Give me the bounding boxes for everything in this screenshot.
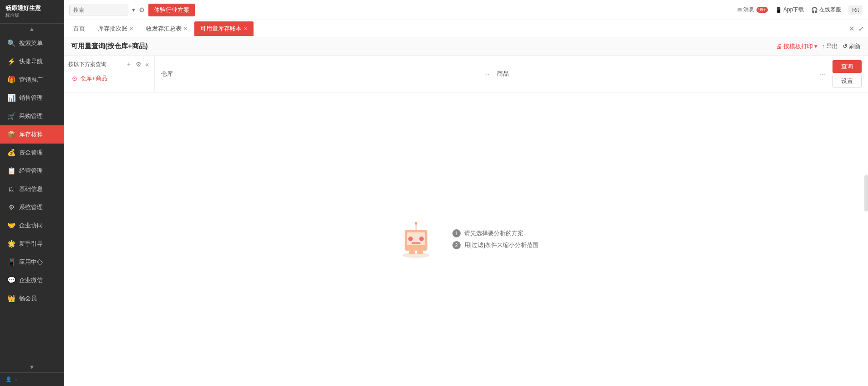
scheme-header-label: 按以下方案查询 — [68, 61, 107, 68]
sidebar-item-label: 搜索菜单 — [19, 39, 43, 47]
empty-state: 1 请先选择要分析的方案 2 用[过滤]条件来缩小分析范围 — [64, 93, 868, 386]
sidebar-item-inventory[interactable]: 📦 库存核算 — [0, 125, 64, 144]
tab-home[interactable]: 首页 — [67, 21, 91, 36]
tab-close-icon[interactable]: ✕ — [129, 26, 133, 32]
tab-batch[interactable]: 库存批次账 ✕ — [92, 21, 139, 36]
service-label: 在线客服 — [819, 6, 841, 14]
add-scheme-button[interactable]: ＋ — [125, 60, 133, 68]
export-button[interactable]: ↑ 导出 — [822, 42, 838, 51]
search-input[interactable] — [69, 5, 128, 15]
sidebar-item-finance[interactable]: 💰 资金管理 — [0, 144, 64, 162]
sidebar-item-label: 采购管理 — [19, 112, 43, 120]
page-content: 可用量查询(按仓库+商品) 🖨 按模板打印 ▾ ↑ 导出 ↺ 刷新 — [64, 37, 868, 386]
sidebar-item-label: 企业微信 — [19, 276, 43, 284]
username-label: Rit — [852, 7, 859, 13]
app-download-button[interactable]: 📱 App下载 — [775, 6, 804, 14]
sidebar: 畅康通好生意 标准版 ▲ 🔍 搜索菜单 ⚡ 快捷导航 🎁 营销推广 📊 销售管理… — [0, 0, 64, 386]
export-icon: ↑ — [822, 43, 825, 50]
product-input[interactable] — [513, 68, 817, 79]
brand-version: 标准版 — [5, 12, 58, 19]
topbar: ▾ ⚙ 体验行业方案 ✉ 消息 99+ 📱 App下载 🎧 在线客服 Rit — [64, 0, 868, 20]
headset-icon: 🎧 — [811, 7, 818, 13]
filter-row: 仓库 ··· 商品 ··· 查询 设置 — [161, 60, 862, 87]
handshake-icon: 🤝 — [7, 221, 15, 230]
sidebar-item-label: 快捷导航 — [19, 57, 43, 66]
refresh-button[interactable]: ↺ 刷新 — [843, 42, 861, 51]
close-window-icon[interactable]: ✕ — [849, 25, 855, 33]
empty-illustration — [393, 216, 439, 262]
tip-number-2: 2 — [452, 241, 461, 249]
filter-field-warehouse: 仓库 ··· — [161, 68, 490, 79]
box-icon: 📦 — [7, 130, 15, 139]
topbar-gear-icon[interactable]: ⚙ — [139, 6, 145, 14]
industry-btn[interactable]: 体验行业方案 — [148, 4, 195, 16]
sidebar-item-label: 资金管理 — [19, 149, 43, 157]
printer-icon: 🖨 — [776, 43, 782, 50]
messages-button[interactable]: ✉ 消息 99+ — [737, 6, 768, 14]
filter-area: 按以下方案查询 ＋ ⚙ « ⊙ 仓库+商品 仓库 — [64, 56, 868, 93]
template-print-button[interactable]: 🖨 按模板打印 ▾ — [776, 42, 817, 51]
sidebar-item-guide[interactable]: 🌟 新手引导 — [0, 235, 64, 253]
svg-point-3 — [419, 237, 424, 241]
export-label: 导出 — [826, 42, 838, 51]
sidebar-scroll-up[interactable]: ▲ — [0, 24, 64, 34]
messages-badge: 99+ — [756, 7, 768, 13]
tab-close-icon[interactable]: ✕ — [244, 26, 248, 32]
tab-available[interactable]: 可用量库存账本 ✕ — [194, 21, 254, 36]
folder-icon: 🗂 — [7, 185, 15, 193]
gear-icon: ⚙ — [7, 203, 15, 211]
page-title: 可用量查询(按仓库+商品) — [71, 42, 148, 51]
sidebar-item-basic[interactable]: 🗂 基础信息 — [0, 180, 64, 198]
warehouse-label: 仓库 — [161, 70, 175, 78]
settings-scheme-button[interactable]: ⚙ — [135, 60, 142, 68]
query-button[interactable]: 查询 — [832, 60, 862, 73]
scheme-item-label: 仓库+商品 — [80, 74, 107, 82]
sidebar-item-label: 销售管理 — [19, 94, 43, 102]
scheme-icon: ⊙ — [72, 75, 77, 82]
sidebar-item-label: 库存核算 — [19, 130, 43, 139]
product-more-icon[interactable]: ··· — [820, 70, 825, 77]
sidebar-item-label: 营销推广 — [19, 76, 43, 84]
tabs-bar: 首页 库存批次账 ✕ 收发存汇总表 ✕ 可用量库存账本 ✕ ✕ ⤢ — [64, 20, 868, 37]
user-avatar-icon: 👤 — [5, 376, 12, 382]
tab-label: 库存批次账 — [98, 25, 127, 33]
sidebar-item-sales[interactable]: 📊 销售管理 — [0, 89, 64, 107]
sidebar-item-apps[interactable]: 📱 应用中心 — [0, 253, 64, 271]
collapse-scheme-button[interactable]: « — [144, 60, 150, 68]
phone-icon: 📱 — [775, 7, 782, 13]
star-icon: 🌟 — [7, 240, 15, 248]
service-button[interactable]: 🎧 在线客服 — [811, 6, 841, 14]
topbar-right: ✉ 消息 99+ 📱 App下载 🎧 在线客服 Rit — [737, 5, 863, 15]
tip-text-2: 用[过滤]条件来缩小分析范围 — [464, 241, 538, 249]
filter-scheme-panel: 按以下方案查询 ＋ ⚙ « ⊙ 仓库+商品 — [64, 56, 155, 92]
sidebar-item-label: 畅会员 — [19, 294, 37, 303]
filter-field-product: 商品 ··· — [497, 68, 826, 79]
user-menu[interactable]: Rit — [848, 5, 863, 15]
svg-rect-4 — [411, 242, 421, 244]
resize-window-icon[interactable]: ⤢ — [858, 25, 864, 33]
cart-icon: 🛒 — [7, 112, 15, 120]
sidebar-item-member[interactable]: 👑 畅会员 — [0, 289, 64, 308]
sidebar-item-system[interactable]: ⚙ 系统管理 — [0, 198, 64, 216]
sidebar-item-operations[interactable]: 📋 经营管理 — [0, 162, 64, 180]
sidebar-item-collab[interactable]: 🤝 企业协同 — [0, 216, 64, 235]
warehouse-input[interactable] — [178, 68, 482, 79]
sidebar-item-wecom[interactable]: 💬 企业微信 — [0, 271, 64, 289]
sidebar-item-search[interactable]: 🔍 搜索菜单 — [0, 34, 64, 52]
tab-close-icon[interactable]: ✕ — [183, 26, 188, 32]
dropdown-arrow-icon[interactable]: ▾ — [132, 6, 135, 13]
empty-tips: 1 请先选择要分析的方案 2 用[过滤]条件来缩小分析范围 — [452, 229, 538, 249]
scroll-handle[interactable] — [864, 175, 868, 211]
scheme-item-warehouse-product[interactable]: ⊙ 仓库+商品 — [68, 72, 150, 85]
tab-summary[interactable]: 收发存汇总表 ✕ — [140, 21, 193, 36]
sidebar-item-shortcuts[interactable]: ⚡ 快捷导航 — [0, 52, 64, 71]
sidebar-item-label: 应用中心 — [19, 258, 43, 266]
settings-button[interactable]: 设置 — [832, 75, 862, 87]
window-controls: ✕ ⤢ — [849, 25, 864, 33]
main-area: ▾ ⚙ 体验行业方案 ✉ 消息 99+ 📱 App下载 🎧 在线客服 Rit — [64, 0, 868, 386]
sidebar-item-purchase[interactable]: 🛒 采购管理 — [0, 107, 64, 125]
warehouse-more-icon[interactable]: ··· — [484, 70, 490, 77]
sidebar-scroll-down[interactable]: ▼ — [0, 362, 64, 372]
template-print-label: 按模板打印 — [783, 42, 813, 51]
sidebar-item-marketing[interactable]: 🎁 营销推广 — [0, 71, 64, 89]
